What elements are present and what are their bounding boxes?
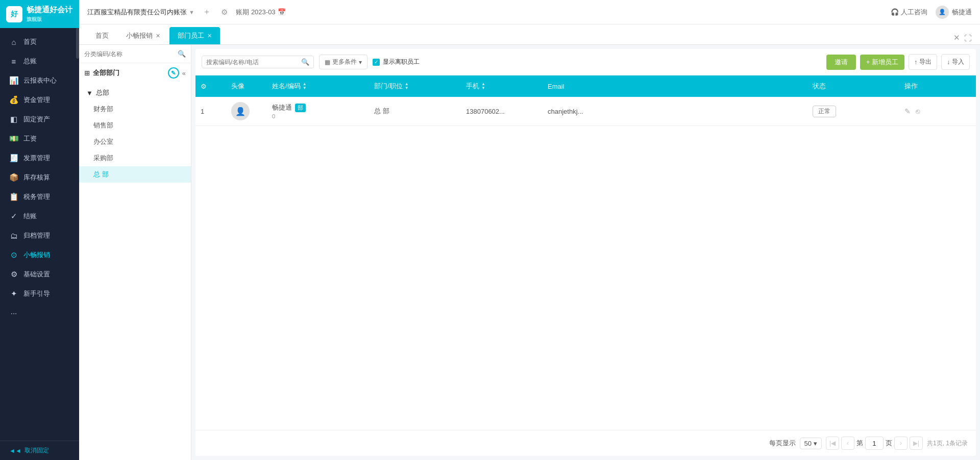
export-button[interactable]: ↑ 导出 — [909, 54, 937, 70]
sidebar-item-expense[interactable]: ⊙ 小畅报销 — [0, 245, 79, 265]
dept-search-input[interactable] — [84, 50, 175, 58]
sidebar-item-label: 小畅报销 — [23, 250, 50, 260]
dept-grid-icon: ⊞ — [84, 69, 90, 77]
table-header: ⚙ 头像 姓名/编码 ▲▼ 部门/职位 ▲▼ 手机 ▲▼ — [195, 75, 976, 97]
sidebar-item-funds[interactable]: 💰 资金管理 — [0, 90, 79, 110]
dept-item-general-dept[interactable]: 总 部 — [79, 166, 191, 183]
dept-search-box: 🔍 — [79, 45, 191, 63]
employee-search-input[interactable] — [206, 59, 298, 66]
dept-item-office[interactable]: 办公室 — [79, 134, 191, 150]
prev-page-button[interactable]: ‹ — [841, 437, 854, 450]
tab-home[interactable]: 首页 — [87, 27, 117, 44]
expand-tab-icon[interactable]: ⛶ — [964, 34, 972, 42]
accounting-period: 账期 2023-03 📅 — [236, 8, 286, 17]
company-name[interactable]: 江西服宝精品有限责任公司内账张 ▼ — [87, 8, 194, 17]
employee-code: 0 — [272, 113, 306, 119]
per-page-select[interactable]: 50 ▾ — [800, 438, 822, 449]
sidebar-item-label: 首页 — [23, 37, 37, 46]
total-info: 共1页, 1条记录 — [927, 439, 968, 448]
tab-expense-close-icon[interactable]: ✕ — [156, 33, 160, 39]
pagination-nav: |◀ ‹ 第 页 › ▶| — [826, 437, 923, 450]
filter-icon: ▦ — [325, 59, 330, 66]
dept-item-sales[interactable]: 销售部 — [79, 117, 191, 134]
td-avatar: 👤 — [226, 97, 267, 125]
per-page-arrow: ▾ — [814, 440, 817, 447]
dept-item-general[interactable]: ▼ 总部 — [79, 85, 191, 101]
settings-icon: ⚙ — [9, 270, 18, 279]
td-phone: 138070602... — [461, 103, 543, 120]
row-action-buttons: ✎ ⎋ — [904, 107, 920, 115]
sidebar-item-reports[interactable]: 📊 云报表中心 — [0, 71, 79, 90]
td-department: 总 部 — [369, 101, 461, 121]
import-button[interactable]: ↓ 导入 — [941, 54, 970, 70]
edit-employee-button[interactable]: ✎ — [904, 107, 911, 115]
sidebar-item-label: 固定资产 — [23, 115, 50, 124]
sidebar-item-ledger[interactable]: ≡ 总账 — [0, 52, 79, 71]
sort-arrows-name: ▲▼ — [303, 82, 307, 90]
sidebar-item-inventory[interactable]: 📦 库存核算 — [0, 168, 79, 187]
tab-department-label: 部门员工 — [178, 31, 204, 40]
first-page-button[interactable]: |◀ — [826, 437, 839, 450]
th-dept-position[interactable]: 部门/职位 ▲▼ — [369, 75, 461, 97]
dept-tree: ▼ 总部 财务部 销售部 办公室 采购部 总 部 — [79, 83, 191, 460]
sidebar-item-tax[interactable]: 📋 税务管理 — [0, 187, 79, 207]
employee-content: 🔍 ▦ 更多条件 ▾ ✓ 显示离职员工 邀请 + 新增员工 ↑ 导出 — [195, 49, 976, 456]
td-status: 正常 — [807, 100, 899, 122]
dept-item-finance[interactable]: 财务部 — [79, 101, 191, 117]
archive-icon: 🗂 — [9, 232, 18, 240]
app-title: 畅捷通好会计 — [27, 5, 72, 15]
sidebar-item-invoice[interactable]: 🧾 发票管理 — [0, 148, 79, 168]
calendar-icon[interactable]: 📅 — [278, 8, 286, 16]
logo-icon: 好 — [6, 6, 22, 22]
user-menu[interactable]: 👤 畅捷通 — [936, 6, 972, 19]
page-number-input[interactable] — [865, 437, 884, 450]
sidebar-item-archive[interactable]: 🗂 归档管理 — [0, 226, 79, 245]
settings-gear-icon[interactable]: ⚙ — [219, 8, 230, 17]
main-area: 江西服宝精品有限责任公司内账张 ▼ ＋ ⚙ 账期 2023-03 📅 🎧 人工咨… — [79, 0, 980, 460]
th-name-code[interactable]: 姓名/编码 ▲▼ — [267, 75, 369, 97]
edit-dept-button[interactable]: ✎ — [168, 67, 179, 79]
show-resigned-toggle[interactable]: ✓ 显示离职员工 — [373, 58, 420, 66]
sidebar-item-settings[interactable]: ⚙ 基础设置 — [0, 265, 79, 284]
collapse-tree-button[interactable]: « — [182, 69, 186, 77]
dept-tree-panel: 🔍 ⊞ 全部部门 ✎ « ▼ 总部 财务部 — [79, 45, 191, 460]
th-status: 状态 — [807, 75, 899, 97]
more-filter-button[interactable]: ▦ 更多条件 ▾ — [319, 55, 368, 69]
first-page-icon: |◀ — [829, 440, 836, 447]
employee-search-icon[interactable]: 🔍 — [301, 58, 309, 66]
show-resigned-checkbox[interactable]: ✓ — [373, 59, 380, 66]
add-company-button[interactable]: ＋ — [201, 7, 213, 17]
avatar-icon: 👤 — [939, 9, 946, 15]
sidebar-nav: ⌂ 首页 ≡ 总账 📊 云报表中心 💰 资金管理 ◧ 固定资产 💵 工资 🧾 发… — [0, 30, 79, 441]
avatar-person-icon: 👤 — [235, 107, 246, 116]
next-page-button[interactable]: › — [894, 437, 908, 450]
th-avatar: 头像 — [226, 75, 267, 97]
sidebar-item-assets[interactable]: ◧ 固定资产 — [0, 110, 79, 129]
add-employee-button[interactable]: + 新增员工 — [860, 55, 904, 70]
inventory-icon: 📦 — [9, 173, 18, 182]
logout-employee-button[interactable]: ⎋ — [916, 107, 920, 115]
sidebar-item-salary[interactable]: 💵 工资 — [0, 129, 79, 148]
sidebar-item-home[interactable]: ⌂ 首页 — [0, 32, 79, 52]
th-settings[interactable]: ⚙ — [195, 75, 226, 97]
close-tab-icon[interactable]: ✕ — [953, 33, 960, 42]
tab-department-close-icon[interactable]: ✕ — [207, 33, 212, 39]
last-page-button[interactable]: ▶| — [910, 437, 923, 450]
dept-search-icon[interactable]: 🔍 — [178, 50, 186, 58]
sidebar-item-guide[interactable]: ✦ 新手引导 — [0, 284, 79, 303]
status-badge: 正常 — [813, 106, 836, 117]
invite-button[interactable]: 邀请 — [826, 55, 856, 70]
dept-badge: 部 — [295, 104, 306, 112]
support-button[interactable]: 🎧 人工咨询 — [891, 8, 927, 17]
topbar: 江西服宝精品有限责任公司内账张 ▼ ＋ ⚙ 账期 2023-03 📅 🎧 人工咨… — [79, 0, 980, 24]
sidebar-item-more[interactable]: ··· — [0, 303, 79, 322]
unpin-button[interactable]: ◄◄ 取消固定 — [0, 441, 79, 460]
tab-home-label: 首页 — [95, 31, 109, 40]
dept-item-purchase[interactable]: 采购部 — [79, 150, 191, 166]
tab-department[interactable]: 部门员工 ✕ — [169, 27, 220, 44]
sidebar-item-closing[interactable]: ✓ 结账 — [0, 207, 79, 226]
tab-expense[interactable]: 小畅报销 ✕ — [118, 27, 168, 44]
th-phone[interactable]: 手机 ▲▼ — [461, 75, 543, 97]
import-icon: ↓ — [947, 59, 950, 66]
topbar-right: 🎧 人工咨询 👤 畅捷通 — [891, 6, 972, 19]
